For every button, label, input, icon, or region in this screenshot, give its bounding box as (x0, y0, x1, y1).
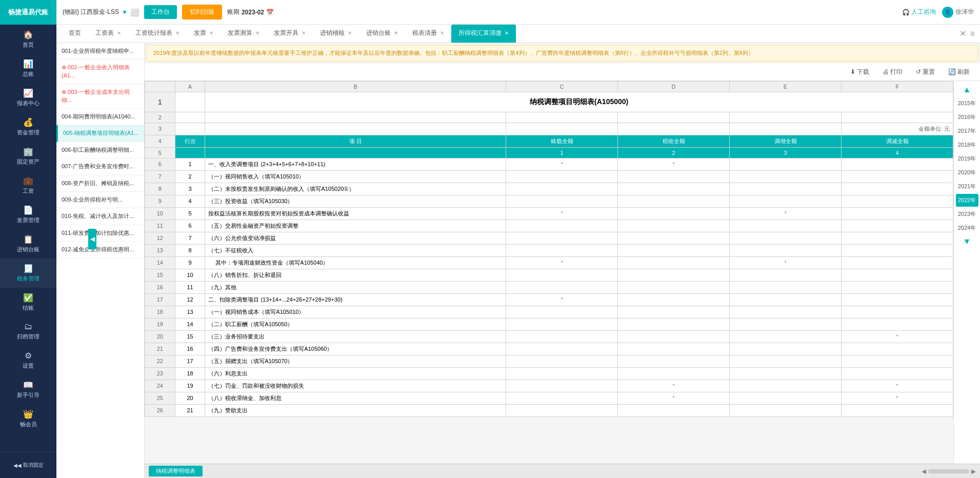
year-2024[interactable]: 2024年 (956, 222, 978, 234)
salary-icon: 💼 (23, 176, 33, 186)
year-up-btn[interactable]: ▲ (961, 83, 973, 96)
left-item-004[interactable]: 004-期间费用明细表(A1040... (56, 109, 144, 125)
sidebar-item-settle[interactable]: ✅ 结账 (0, 288, 56, 317)
reset-btn[interactable]: ↺ 重置 (912, 66, 939, 78)
calendar-icon[interactable]: 📅 (266, 9, 274, 16)
year-2017[interactable]: 2017年 (956, 125, 978, 137)
sidebar-item-assets[interactable]: 🏢 固定资产 (0, 142, 56, 171)
year-2020[interactable]: 2020年 (956, 166, 978, 179)
tab-invoice[interactable]: 发票 ✕ (187, 25, 221, 43)
year-2016[interactable]: 2016年 (956, 111, 978, 124)
sidebar-item-report[interactable]: 📈 报表中心 (0, 83, 56, 112)
sheet-title: 纳税调整项目明细表(A105000) (205, 92, 953, 112)
tab-tax-clear[interactable]: 税表清册 ✕ (405, 25, 451, 43)
tab-home[interactable]: 首页 (62, 25, 88, 43)
unit-label: 金额单位: 元 (842, 123, 953, 135)
tab-invoice-calc[interactable]: 发票测算 ✕ (221, 25, 267, 43)
app-logo: 畅捷通易代账 (0, 0, 56, 25)
sidebar-item-member[interactable]: 👑 畅会员 (0, 404, 56, 433)
headset-icon: 🎧 (902, 9, 910, 16)
scroll-left-icon[interactable]: ◀ (922, 468, 926, 475)
left-item-010[interactable]: 010-免税、减计收入及加计... (56, 208, 144, 225)
settle-icon: ✅ (23, 293, 33, 303)
tab-salary-report-close[interactable]: ✕ (175, 30, 179, 36)
year-2021[interactable]: 2021年 (956, 180, 978, 193)
data-row-19: 19 14 （二）职工薪酬（填写A105050） (145, 318, 953, 330)
print-btn[interactable]: 🖨 打印 (878, 66, 907, 78)
row-2: 2 (145, 112, 953, 123)
left-item-012[interactable]: 012-减免企业所得税优惠明... (56, 242, 144, 258)
sidebar-item-settings[interactable]: ⚙ 设置 (0, 346, 56, 375)
col-c-header: C (506, 81, 618, 92)
tab-income-tax-close[interactable]: ✕ (505, 30, 509, 36)
sidebar-item-guide[interactable]: 📖 新手引导 (0, 375, 56, 404)
spreadsheet-container[interactable]: A B C D E F 1 (145, 81, 953, 464)
download-btn[interactable]: ⬇ 下载 (846, 66, 873, 78)
tab-income-tax[interactable]: 所得税汇算清缴 ✕ (451, 25, 516, 43)
unpin-btn[interactable]: ◀◀ 取消固定 (0, 456, 56, 474)
tab-purchase-ledger-close[interactable]: ✕ (394, 30, 398, 36)
left-item-001[interactable]: 001-企业所得税年度纳税申... (56, 43, 144, 59)
tabbar-actions: ✕ ≡ (959, 29, 975, 38)
row-num-1: 1 (145, 92, 175, 112)
data-row-6: 6 1 一、收入类调整项目 (2+3+4+5+6+7+8+10+11) * * (145, 158, 953, 170)
sidebar-item-invoice[interactable]: 📄 发票管理 (0, 200, 56, 229)
tab-invoice-open[interactable]: 发票开具 ✕ (267, 25, 313, 43)
tab-salary[interactable]: 工资表 ✕ (88, 25, 128, 43)
left-item-007[interactable]: 007-广告费和业务宣传费时... (56, 158, 144, 175)
data-row-23: 23 18 （六）利息支出 (145, 367, 953, 380)
data-row-22: 22 17 （五）捐赠支出（填写A105070） (145, 355, 953, 367)
sidebar-item-general[interactable]: 📊 总账 (0, 54, 56, 83)
panel-collapse-btn[interactable]: ◀ (88, 229, 96, 249)
left-item-006[interactable]: 006-职工薪酬纳税调整明细... (56, 142, 144, 158)
year-down-btn[interactable]: ▼ (961, 235, 973, 248)
header-row-4: 4 行次 项 目 账载全额 税收全额 调增全额 调减全额 (145, 135, 953, 147)
sidebar-item-purchase[interactable]: 📋 进销台账 (0, 229, 56, 258)
year-2015[interactable]: 2015年 (956, 97, 978, 110)
year-2018[interactable]: 2018年 (956, 138, 978, 151)
old-version-button[interactable]: 切到旧版 (182, 5, 222, 19)
menu-icon[interactable]: ≡ (970, 29, 975, 38)
sidebar-bottom: ◀◀ 取消固定 (0, 452, 56, 478)
sidebar-item-archive[interactable]: 🗂 归档管理 (0, 317, 56, 346)
left-panel: 001-企业所得税年度纳税申... ⊗ 002-一般企业收入明细表(A1... … (56, 43, 145, 478)
tab-purchase-check-close[interactable]: ✕ (348, 30, 352, 36)
topbar: (物副) 江西股金-LSS ▼ ⬜ 工作台 切到旧版 账期 2023-02 📅 … (56, 0, 980, 25)
service-btn[interactable]: 🎧 人工咨询 (902, 8, 936, 16)
year-2019[interactable]: 2019年 (956, 152, 978, 165)
unit-row: 3 金额单位: 元 (145, 123, 953, 135)
scroll-indicator (928, 469, 969, 473)
left-item-002[interactable]: ⊗ 002-一般企业收入明细表(A1... (56, 59, 144, 84)
data-row-14: 14 9 其中：专项用途财政性资金（填写A105040） * * (145, 256, 953, 269)
bottom-tab-shuizhao[interactable]: 纳税调整明细表 (149, 466, 203, 476)
tab-invoice-calc-close[interactable]: ✕ (255, 30, 259, 36)
sheet-year-wrapper: A B C D E F 1 (145, 81, 980, 464)
tax-icon: 🧾 (23, 264, 33, 273)
sidebar-item-capital[interactable]: 💰 资金管理 (0, 112, 56, 142)
left-item-009[interactable]: 009-企业所得税补亏明... (56, 192, 144, 208)
tab-salary-close[interactable]: ✕ (117, 30, 121, 36)
sidebar-item-tax[interactable]: 🧾 税务管理 (0, 258, 56, 288)
workspace-button[interactable]: 工作台 (144, 5, 177, 19)
left-item-005[interactable]: 005-纳税调整项目明细表(A1... (56, 125, 144, 142)
col-header-row: A B C D E F (145, 81, 953, 92)
sidebar-item-salary[interactable]: 💼 工资 (0, 171, 56, 200)
left-item-003[interactable]: ⊗ 003-一般企业成本支出明细... (56, 84, 144, 109)
data-row-26: 26 21 （九）赞助支出 (145, 404, 953, 416)
tab-invoice-open-close[interactable]: ✕ (302, 30, 306, 36)
scroll-right-icon[interactable]: ▶ (971, 468, 976, 475)
refresh-btn[interactable]: 🔄 刷新 (944, 66, 974, 78)
sidebar-item-home[interactable]: 🏠 首页 (0, 25, 56, 54)
tab-tax-clear-close[interactable]: ✕ (440, 30, 444, 36)
left-item-008[interactable]: 008-资产折旧、摊销及纳税... (56, 175, 144, 192)
close-all-icon[interactable]: ✕ (959, 29, 966, 38)
year-2023[interactable]: 2023年 (956, 208, 978, 221)
capital-icon: 💰 (23, 117, 33, 127)
tab-purchase-check[interactable]: 进销稽核 ✕ (313, 25, 359, 43)
left-item-011[interactable]: 011-研发费用加计扣除优惠... (56, 225, 144, 242)
tab-invoice-close[interactable]: ✕ (209, 30, 213, 36)
year-2022[interactable]: 2022年 (956, 194, 978, 207)
tab-salary-report[interactable]: 工资统计报表 ✕ (128, 25, 187, 43)
user-avatar[interactable]: 👤 徐泽华 (942, 7, 974, 18)
tab-purchase-ledger[interactable]: 进销台账 ✕ (359, 25, 405, 43)
